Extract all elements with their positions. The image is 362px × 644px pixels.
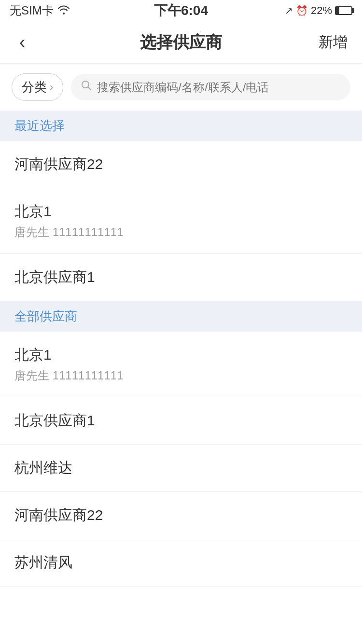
page-title: 选择供应商 bbox=[140, 31, 222, 54]
list-item[interactable]: 北京1唐先生 11111111111 bbox=[0, 188, 362, 254]
recent-section-header: 最近选择 bbox=[0, 111, 362, 141]
wifi-icon bbox=[57, 4, 70, 17]
chevron-right-icon: › bbox=[50, 81, 53, 94]
list-item[interactable]: 河南供应商22 bbox=[0, 141, 362, 188]
item-name: 苏州清风 bbox=[14, 553, 348, 573]
add-button[interactable]: 新增 bbox=[319, 32, 348, 52]
all-section-label: 全部供应商 bbox=[14, 309, 77, 323]
nav-bar: ‹ 选择供应商 新增 bbox=[0, 21, 362, 64]
status-time: 下午6:04 bbox=[154, 1, 208, 20]
list-item[interactable]: 苏州清风 bbox=[0, 539, 362, 587]
battery-icon bbox=[335, 6, 352, 15]
carrier-label: 无SIM卡 bbox=[10, 3, 54, 18]
status-left: 无SIM卡 bbox=[10, 3, 70, 18]
category-label: 分类 bbox=[22, 79, 47, 96]
list-item[interactable]: 北京1唐先生 11111111111 bbox=[0, 332, 362, 397]
item-name: 河南供应商22 bbox=[14, 154, 348, 174]
status-right: ↗ ⏰ 22% bbox=[285, 4, 352, 17]
back-button[interactable]: ‹ bbox=[14, 28, 30, 57]
alarm-icon: ⏰ bbox=[296, 5, 308, 16]
item-name: 北京1 bbox=[14, 345, 348, 365]
location-icon: ↗ bbox=[285, 5, 293, 16]
search-icon bbox=[81, 80, 92, 95]
all-section-header: 全部供应商 bbox=[0, 301, 362, 332]
recent-section-label: 最近选择 bbox=[14, 118, 65, 133]
item-name: 北京供应商1 bbox=[14, 267, 348, 287]
item-name: 河南供应商22 bbox=[14, 505, 348, 525]
search-box[interactable] bbox=[71, 74, 350, 100]
item-name: 杭州维达 bbox=[14, 458, 348, 478]
recent-items-list: 河南供应商22北京1唐先生 11111111111北京供应商1 bbox=[0, 141, 362, 301]
list-item[interactable]: 河南供应商22 bbox=[0, 492, 362, 539]
category-filter[interactable]: 分类 › bbox=[12, 73, 63, 101]
svg-line-1 bbox=[88, 87, 91, 90]
search-input[interactable] bbox=[97, 81, 341, 94]
all-items-list: 北京1唐先生 11111111111北京供应商1杭州维达河南供应商22苏州清风 bbox=[0, 332, 362, 587]
status-bar: 无SIM卡 下午6:04 ↗ ⏰ 22% bbox=[0, 0, 362, 21]
battery-label: 22% bbox=[311, 4, 332, 17]
list-item[interactable]: 北京供应商1 bbox=[0, 397, 362, 445]
item-name: 北京供应商1 bbox=[14, 411, 348, 431]
list-item[interactable]: 北京供应商1 bbox=[0, 254, 362, 301]
item-contact: 唐先生 11111111111 bbox=[14, 224, 348, 240]
item-contact: 唐先生 11111111111 bbox=[14, 368, 348, 383]
filter-bar: 分类 › bbox=[0, 64, 362, 111]
item-name: 北京1 bbox=[14, 202, 348, 222]
list-item[interactable]: 杭州维达 bbox=[0, 445, 362, 492]
